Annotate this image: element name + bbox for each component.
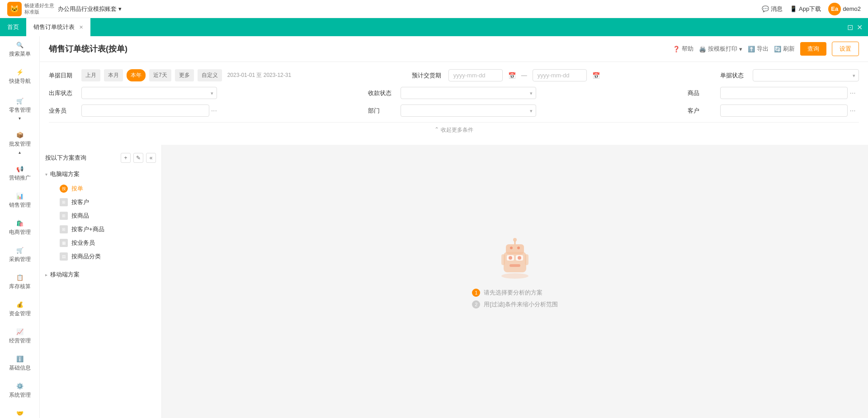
date-btn-this-month[interactable]: 本月 <box>104 69 123 81</box>
marketing-icon: 📢 <box>16 166 24 172</box>
svg-point-5 <box>518 256 521 260</box>
tree-caret-mobile: ▸ <box>45 272 47 277</box>
collapse-panel-icon: « <box>150 155 153 161</box>
user-profile[interactable]: Ea demo2 <box>828 3 861 15</box>
message-icon: 💬 <box>762 5 769 12</box>
dropdown-arrow-icon: ▾ <box>118 5 122 12</box>
collapse-panel-btn[interactable]: « <box>146 153 156 163</box>
refresh-icon: 🔄 <box>774 46 781 52</box>
by-customer-label: 按客户 <box>71 198 89 206</box>
top-bar-left: 🐱 畅捷通好生意 标准版 办公用品行业模拟账套 ▾ <box>7 2 122 16</box>
system-icon: ⚙️ <box>16 383 24 390</box>
tree-item-by-goods-category[interactable]: ▤ 按商品分类 <box>47 250 161 263</box>
receipt-status-select[interactable] <box>401 87 536 99</box>
svg-rect-9 <box>506 244 524 254</box>
by-customer-goods-icon: ⊞ <box>60 225 68 233</box>
settings-btn[interactable]: 设置 <box>832 42 859 56</box>
sidebar-item-system[interactable]: ⚙️ 系统管理 <box>0 377 39 404</box>
page-title: 销售订单统计表(按单) <box>49 43 127 60</box>
sidebar-item-finance[interactable]: 💰 资金管理 <box>0 296 39 323</box>
out-status-select[interactable] <box>81 87 217 99</box>
content-area: 销售订单统计表(按单) ❓ 帮助 🖨️ 按模板打印 ▾ ⬆️ 导出 🔄 刷新 <box>40 36 868 418</box>
sidebar-item-ecommerce[interactable]: 🛍️ 电商管理 <box>0 214 39 242</box>
business-input[interactable] <box>81 104 209 117</box>
goods-input[interactable] <box>720 87 848 99</box>
sidebar-item-marketing[interactable]: 📢 营销推广 <box>0 160 39 187</box>
left-panel-title: 按以下方案查询 <box>45 154 86 162</box>
tree-item-by-staff[interactable]: ▦ 按业务员 <box>47 236 161 250</box>
business-dots-icon[interactable]: ··· <box>211 107 217 115</box>
edit-scheme-btn[interactable]: ✎ <box>133 153 143 163</box>
account-dropdown[interactable]: 办公用品行业模拟账套 ▾ <box>58 5 122 13</box>
customer-input[interactable] <box>720 104 848 117</box>
tab-close-icon[interactable]: ✕ <box>79 24 83 30</box>
help-btn[interactable]: ❓ 帮助 <box>673 45 693 53</box>
sidebar-item-wholesale[interactable]: 📦 批发管理 ▴ <box>0 126 39 160</box>
customer-dots-icon[interactable]: ··· <box>849 107 855 115</box>
date-btn-this-year[interactable]: 本年 <box>127 69 146 81</box>
tip-num-2: 2 <box>472 300 480 309</box>
empty-state-illustration <box>492 236 538 281</box>
tree-item-by-customer[interactable]: ⊞ 按客户 <box>47 195 161 209</box>
message-btn[interactable]: 💬 消息 <box>762 5 783 13</box>
tree-item-by-goods[interactable]: ⊞ 按商品 <box>47 209 161 223</box>
sidebar-item-retail[interactable]: 🛒 零售管理 ▾ <box>0 92 39 126</box>
export-btn[interactable]: ⬆️ 导出 <box>748 45 769 53</box>
tree-item-by-customer-goods[interactable]: ⊞ 按客户+商品 <box>47 223 161 236</box>
date-btn-more[interactable]: 更多 <box>175 69 194 81</box>
tab-home[interactable]: 首页 <box>0 18 26 36</box>
single-date-label: 单据日期 <box>49 71 74 80</box>
date-btn-7days[interactable]: 近7天 <box>149 69 171 81</box>
sidebar: 🔍 搜索菜单 ⚡ 快捷导航 🛒 零售管理 ▾ 📦 批发管理 ▴ 📢 营销推广 📊… <box>0 36 40 418</box>
empty-tip-2: 2 用[过滤]条件来缩小分析范围 <box>472 300 557 309</box>
retail-icon: 🛒 <box>16 98 24 104</box>
sidebar-item-enterprise[interactable]: 🤝 企业协同 <box>0 404 39 418</box>
restore-window-icon[interactable]: ⊡ <box>847 23 853 32</box>
empty-tips: 1 请先选择要分析的方案 2 用[过滤]条件来缩小分析范围 <box>472 289 557 309</box>
calendar-end-icon[interactable]: 📅 <box>592 72 600 79</box>
tree-section-mobile-label: 移动端方案 <box>50 271 80 279</box>
sidebar-item-sales[interactable]: 📊 销售管理 <box>0 187 39 214</box>
svg-point-10 <box>510 247 513 249</box>
tree-item-by-order[interactable]: 按 按单 <box>47 182 161 195</box>
single-status-select[interactable] <box>753 69 859 81</box>
collapse-text: 收起更多条件 <box>441 126 473 134</box>
app-download-btn[interactable]: 📱 App下载 <box>790 5 821 13</box>
single-status-label: 单据状态 <box>720 71 745 80</box>
tree-section-mobile[interactable]: ▸ 移动端方案 <box>40 267 161 282</box>
goods-dots-icon[interactable]: ··· <box>849 89 855 97</box>
expected-delivery-start[interactable] <box>448 69 503 81</box>
by-order-label: 按单 <box>71 185 83 193</box>
sidebar-item-operations[interactable]: 📈 经营管理 <box>0 323 39 350</box>
calendar-start-icon[interactable]: 📅 <box>508 72 516 79</box>
date-btn-prev-month[interactable]: 上月 <box>81 69 100 81</box>
date-btn-custom[interactable]: 自定义 <box>198 69 222 81</box>
tree-section-pc[interactable]: ▾ 电脑端方案 <box>40 166 161 182</box>
sidebar-item-inventory[interactable]: 📋 库存核算 <box>0 269 39 296</box>
wholesale-icon: 📦 <box>16 132 24 138</box>
svg-rect-7 <box>501 254 505 265</box>
expected-delivery-end[interactable] <box>533 69 587 81</box>
add-scheme-btn[interactable]: + <box>121 153 131 163</box>
svg-point-11 <box>517 247 520 249</box>
collapse-bar[interactable]: ⌃ 收起更多条件 <box>49 122 859 138</box>
expected-delivery-group: 📅 — 📅 <box>448 69 600 81</box>
bottom-section: 按以下方案查询 + ✎ « ▾ <box>40 145 868 418</box>
sidebar-item-quick-nav[interactable]: ⚡ 快捷导航 <box>0 63 39 90</box>
print-btn[interactable]: 🖨️ 按模板打印 ▾ <box>699 45 742 53</box>
svg-rect-6 <box>509 264 520 267</box>
quick-nav-icon: ⚡ <box>16 69 24 76</box>
query-btn[interactable]: 查询 <box>800 42 826 56</box>
business-label: 业务员 <box>49 107 74 115</box>
close-window-icon[interactable]: ✕ <box>857 23 863 32</box>
tab-sales-order-stats[interactable]: 销售订单统计表 ✕ <box>26 18 90 36</box>
enterprise-icon: 🤝 <box>16 410 24 417</box>
goods-input-group: ··· <box>720 87 856 99</box>
sidebar-item-search-menu[interactable]: 🔍 搜索菜单 <box>0 36 39 63</box>
tip-text-2: 用[过滤]条件来缩小分析范围 <box>484 300 557 309</box>
department-select[interactable] <box>401 104 536 117</box>
refresh-btn[interactable]: 🔄 刷新 <box>774 45 795 53</box>
sidebar-item-basic[interactable]: ℹ️ 基础信息 <box>0 350 39 377</box>
by-goods-icon: ⊞ <box>60 212 68 220</box>
sidebar-item-purchase[interactable]: 🛒 采购管理 <box>0 242 39 269</box>
